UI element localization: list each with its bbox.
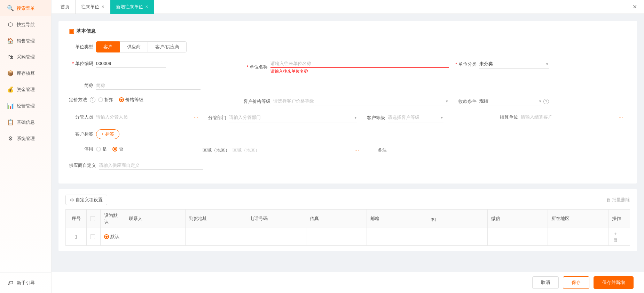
payment-terms-select[interactable]: 现结 ▼ xyxy=(479,97,542,106)
customer-price-level-field: 客户价格等级 请选择客户价格等级 ▼ xyxy=(243,97,449,106)
settlement-unit-more-btn[interactable]: ··· xyxy=(619,114,623,120)
main-area: 首页 往来单位 ✕ 新增往来单位 ✕ ✕ ▣ 基本信息 单位类型 客户 xyxy=(52,0,644,293)
cell-area[interactable] xyxy=(548,228,608,246)
disabled-no[interactable]: 否 xyxy=(112,146,123,152)
unit-code-input[interactable] xyxy=(96,59,166,68)
address-input[interactable] xyxy=(189,234,242,239)
supplier-custom-input[interactable] xyxy=(99,161,203,170)
cell-fax[interactable] xyxy=(306,228,367,246)
email-input[interactable] xyxy=(370,234,423,239)
col-default: 设为默认 xyxy=(101,210,125,228)
col-area: 所在地区 xyxy=(548,210,608,228)
sidebar-item-basic[interactable]: 📋 基础信息 xyxy=(0,114,51,130)
region-more-btn[interactable]: ··· xyxy=(354,147,359,153)
cell-qq[interactable] xyxy=(427,228,488,246)
phone-input[interactable] xyxy=(250,234,303,239)
save-button[interactable]: 保存 xyxy=(563,276,589,289)
save-add-button[interactable]: 保存并新增 xyxy=(594,276,634,289)
customer-tag-row: 客户标签 + 标签 xyxy=(69,129,627,139)
abbr-input[interactable] xyxy=(96,81,201,90)
add-row-btn[interactable]: ＋ xyxy=(613,231,618,236)
delete-row-btn[interactable]: 🗑 xyxy=(613,237,618,243)
customer-level-arrow: ▼ xyxy=(440,116,443,120)
region-label: 区域（地区） xyxy=(203,147,230,153)
customer-price-level-label: 客户价格等级 xyxy=(243,98,270,105)
pricing-price-level-radio[interactable] xyxy=(119,97,124,102)
col-address: 到货地址 xyxy=(186,210,246,228)
tab-home[interactable]: 首页 xyxy=(55,0,76,14)
sidebar-item-system[interactable]: ⚙ 系统管理 xyxy=(0,130,51,147)
abbr-label: 简称 xyxy=(69,82,93,89)
stock-icon: 📦 xyxy=(7,70,14,76)
region-input[interactable] xyxy=(233,146,352,154)
manager-input[interactable] xyxy=(96,113,192,121)
sidebar-item-quicknav[interactable]: ⬡ 快捷导航 xyxy=(0,16,51,33)
close-new-partner-tab[interactable]: ✕ xyxy=(145,5,148,9)
type-btn-supplier[interactable]: 供应商 xyxy=(120,41,148,52)
unit-name-input[interactable] xyxy=(270,59,449,68)
fax-input[interactable] xyxy=(310,234,363,239)
batch-delete-btn[interactable]: 🗑 批量删除 xyxy=(606,197,630,203)
sidebar-item-purchase[interactable]: 🛍 采购管理 xyxy=(0,49,51,65)
qq-input[interactable] xyxy=(431,234,484,239)
sidebar: 🔍 搜索菜单 ⬡ 快捷导航 🏠 销售管理 🛍 采购管理 📦 库存核算 💰 资金管… xyxy=(0,0,52,293)
sidebar-item-operations[interactable]: 📊 经营管理 xyxy=(0,98,51,114)
abbr-field: 简称 xyxy=(69,81,623,90)
remark-input[interactable] xyxy=(390,146,623,154)
disabled-yes[interactable]: 是 xyxy=(96,146,107,152)
row-default-radio[interactable]: 默认 xyxy=(104,234,121,240)
unit-category-field: 单位分类 未分类 ▼ xyxy=(452,59,623,69)
settlement-unit-input[interactable] xyxy=(521,113,616,121)
type-btn-both[interactable]: 客户/供应商 xyxy=(148,41,187,52)
pricing-discount[interactable]: 折扣 xyxy=(98,97,113,103)
cell-email[interactable] xyxy=(367,228,427,246)
tab-new-partner[interactable]: 新增往来单位 ✕ xyxy=(110,0,154,14)
basic-info-card: ▣ 基本信息 单位类型 客户 供应商 客户/供应商 单位编码 xyxy=(58,21,637,184)
supplier-custom-label: 供应商自定义 xyxy=(69,162,96,169)
close-partners-tab[interactable]: ✕ xyxy=(101,5,104,9)
contact-input[interactable] xyxy=(129,234,182,239)
unit-category-arrow: ▼ xyxy=(545,62,549,66)
close-all-tabs[interactable]: ✕ xyxy=(629,3,641,10)
custom-settings-btn[interactable]: ⚙ 自定义项设置 xyxy=(65,195,107,205)
customer-price-level-arrow: ▼ xyxy=(445,99,449,103)
sidebar-item-finance[interactable]: 💰 资金管理 xyxy=(0,81,51,98)
default-radio-circle[interactable] xyxy=(104,234,109,239)
sidebar-item-sales[interactable]: 🏠 销售管理 xyxy=(0,33,51,49)
disabled-no-radio[interactable] xyxy=(112,147,117,152)
select-all-checkbox[interactable] xyxy=(90,216,95,221)
tab-bar: 首页 往来单位 ✕ 新增往来单位 ✕ ✕ xyxy=(52,0,644,14)
disabled-field: 停用 是 否 xyxy=(69,146,199,152)
settlement-unit-field: 结算单位 ··· xyxy=(494,113,623,121)
area-input[interactable] xyxy=(551,234,604,239)
cell-address[interactable] xyxy=(186,228,246,246)
manager-more-btn[interactable]: ··· xyxy=(194,114,198,120)
sidebar-item-stock[interactable]: 📦 库存核算 xyxy=(0,65,51,81)
add-tag-btn[interactable]: + 标签 xyxy=(96,129,119,139)
table-row: 1 默认 xyxy=(66,228,630,246)
row-checkbox[interactable] xyxy=(90,234,95,239)
pricing-price-level[interactable]: 价格等级 xyxy=(119,97,143,103)
customer-level-field: 客户等级 请选择客户等级 ▼ xyxy=(361,113,490,122)
sidebar-item-search[interactable]: 🔍 搜索菜单 xyxy=(0,0,51,16)
wechat-input[interactable] xyxy=(491,234,544,239)
pricing-help-icon[interactable]: ? xyxy=(90,97,95,103)
customer-level-select[interactable]: 请选择客户等级 ▼ xyxy=(388,113,443,122)
tab-partners[interactable]: 往来单位 ✕ xyxy=(76,0,110,14)
payment-terms-help-icon[interactable]: ? xyxy=(543,99,549,104)
dept-select[interactable]: 请输入分管部门 ▼ xyxy=(229,113,357,122)
cell-contact[interactable] xyxy=(125,228,185,246)
pricing-discount-radio[interactable] xyxy=(98,97,103,102)
type-btn-customer[interactable]: 客户 xyxy=(96,41,120,52)
sidebar-item-guide[interactable]: 🏷 新手引导 xyxy=(0,276,51,290)
cell-phone[interactable] xyxy=(246,228,306,246)
col-wechat: 微信 xyxy=(487,210,548,228)
system-icon: ⚙ xyxy=(7,135,14,142)
cell-wechat[interactable] xyxy=(487,228,548,246)
unit-category-label: 单位分类 xyxy=(452,61,477,67)
disabled-yes-radio[interactable] xyxy=(96,147,101,152)
customer-price-level-select[interactable]: 请选择客户价格等级 ▼ xyxy=(273,97,449,106)
cancel-button[interactable]: 取消 xyxy=(532,276,559,289)
unit-category-select[interactable]: 未分类 ▼ xyxy=(479,59,549,69)
col-fax: 传真 xyxy=(306,210,367,228)
